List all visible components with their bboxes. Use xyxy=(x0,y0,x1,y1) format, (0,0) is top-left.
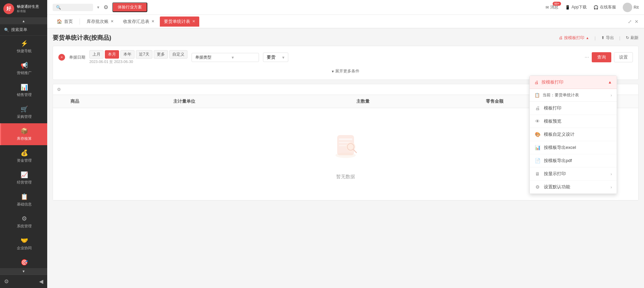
app-download-button[interactable]: 📱 App下载 xyxy=(565,4,587,10)
topbar-gear-icon[interactable]: ⚙ xyxy=(104,4,108,10)
sidebar-nav: ⚡ 快捷导航 📢 营销推广 📊 销售管理 🛒 采购管理 📦 库存核算 💰 资金管… xyxy=(0,36,47,268)
tab-receipt-summary[interactable]: 收发存汇总表 ✕ xyxy=(119,17,158,27)
messages-button[interactable]: ✉ 消息 99+ xyxy=(546,4,558,10)
sidebar-item-purchase[interactable]: 🛒 采购管理 xyxy=(0,101,47,123)
dropdown-item-export-pdf[interactable]: 📄 按模板导出pdf xyxy=(530,154,617,167)
dropdown-current-item[interactable]: 📋 当前：要货单统计表 › xyxy=(530,89,617,102)
date-btn-last-month[interactable]: 上月 xyxy=(89,50,104,59)
sidebar-item-basic[interactable]: 📋 基础信息 xyxy=(0,189,47,211)
sidebar-item-guide[interactable]: 🎯 新手引导 xyxy=(0,255,47,268)
sidebar-item-sales[interactable]: 📊 销售管理 xyxy=(0,79,47,101)
topbar-dropdown-arrow[interactable]: ▾ xyxy=(97,5,99,10)
tab-order-stats-close[interactable]: ✕ xyxy=(192,19,195,24)
dropdown-sub-set-default[interactable]: ⚙ 设置默认功能 › xyxy=(530,181,617,194)
tab-batch-account-close[interactable]: ✕ xyxy=(111,19,114,24)
svg-rect-2 xyxy=(339,138,352,140)
main-content: 🔍 ▾ ⚙ 体验行业方案 ✉ 消息 99+ 📱 App下载 🎧 在线客服 Rit xyxy=(47,0,644,288)
table-settings-icon[interactable]: ⚙ xyxy=(57,87,61,92)
empty-illustration xyxy=(329,128,362,168)
avatar-image xyxy=(623,3,632,12)
export-excel-icon: 📊 xyxy=(534,145,540,150)
tab-home[interactable]: 🏠 首页 xyxy=(53,17,77,27)
export-action[interactable]: ⬆ 导出 xyxy=(601,35,614,41)
display-print-icon: 🖥 xyxy=(534,171,540,177)
dropdown-header[interactable]: 🖨 按模板打印 ▲ xyxy=(530,76,617,89)
tab-bar: 🏠 首页 库存批次账 ✕ 收发存汇总表 ✕ 要货单统计表 ✕ ⤢ ✕ xyxy=(47,15,644,28)
filter-bar: » 单据日期 上月 本月 本年 近7天 更多 自定义 2023-06-01 至 … xyxy=(53,46,639,80)
print-arrow-icon[interactable]: ▲ xyxy=(586,36,589,40)
settings-icon[interactable]: ⚙ xyxy=(4,278,9,285)
filter-expand-arrow[interactable]: » xyxy=(58,54,65,61)
promo-button[interactable]: 体验行业方案 xyxy=(112,2,147,12)
tab-receipt-summary-label: 收发存汇总表 xyxy=(123,19,149,25)
collapse-icon[interactable]: ◀ xyxy=(39,278,43,285)
query-button[interactable]: 查询 xyxy=(592,52,611,62)
sidebar-item-inventory[interactable]: 📦 库存核算 xyxy=(0,123,47,145)
dropdown-sub-display-print[interactable]: 🖥 按显示打印 › xyxy=(530,167,617,181)
customer-service-button[interactable]: 🎧 在线客服 xyxy=(593,4,616,10)
date-filter-label: 单据日期 xyxy=(69,55,85,60)
window-close-icon[interactable]: ✕ xyxy=(635,19,639,24)
settings-button[interactable]: 设置 xyxy=(614,52,633,62)
set-default-arrow-icon: › xyxy=(611,185,612,190)
dropdown-current-arrow-icon: › xyxy=(611,93,612,98)
export-excel-label: 按模板导出excel xyxy=(544,145,576,151)
yaohuodan-filter[interactable]: 要货 ▾ xyxy=(263,53,288,62)
type-filter-select[interactable]: 单据类型 ▾ xyxy=(192,53,259,62)
cooperation-icon: 🤝 xyxy=(21,237,28,244)
sidebar-item-label: 资金管理 xyxy=(17,158,32,163)
dropdown-item-template-preview[interactable]: 👁 模板预览 xyxy=(530,115,617,128)
date-btn-more[interactable]: 更多 xyxy=(154,50,168,59)
sidebar-scroll-up[interactable]: ▲ xyxy=(0,18,47,24)
date-btn-this-year[interactable]: 本年 xyxy=(120,50,135,59)
sidebar: 好 畅捷通好生意 标准版 ▲ 🔍 搜索菜单 ⚡ 快捷导航 📢 营销推广 📊 销售… xyxy=(0,0,47,288)
dropdown-item-template-print[interactable]: 🖨 模板打印 xyxy=(530,102,617,115)
expand-button[interactable]: ▾ 展开更多条件 xyxy=(328,67,363,75)
date-buttons: 上月 本月 本年 近7天 更多 自定义 xyxy=(89,50,187,59)
tab-receipt-summary-close[interactable]: ✕ xyxy=(151,19,154,24)
th-checkbox xyxy=(53,95,66,108)
template-print-icon: 🖨 xyxy=(534,105,540,111)
tab-batch-account[interactable]: 库存批次账 ✕ xyxy=(83,17,118,27)
action-divider-2: | xyxy=(619,35,620,40)
template-preview-icon: 👁 xyxy=(534,119,540,124)
sidebar-item-system[interactable]: ⚙ 系统管理 xyxy=(0,211,47,233)
sidebar-item-finance[interactable]: 💰 资金管理 xyxy=(0,145,47,167)
basic-icon: 📋 xyxy=(21,193,28,200)
sidebar-item-quick-nav[interactable]: ⚡ 快捷导航 xyxy=(0,36,47,58)
more-options-icon[interactable]: ··· xyxy=(585,54,589,60)
tab-home-label: 首页 xyxy=(64,19,73,25)
tab-order-stats[interactable]: 要货单统计表 ✕ xyxy=(160,17,199,27)
date-btn-custom[interactable]: 自定义 xyxy=(169,50,187,59)
sidebar-item-label: 基础信息 xyxy=(17,202,32,207)
dropdown-up-arrow-icon[interactable]: ▲ xyxy=(608,80,612,85)
dropdown-item-template-design[interactable]: 🎨 模板自定义设计 xyxy=(530,128,617,141)
sidebar-search[interactable]: 🔍 搜索菜单 xyxy=(0,24,47,36)
search-bar[interactable]: 🔍 xyxy=(53,4,93,11)
home-icon: 🏠 xyxy=(57,19,62,24)
sidebar-item-operation[interactable]: 📈 经营管理 xyxy=(0,167,47,189)
print-label: 按模板打印 xyxy=(564,35,584,41)
service-icon: 🎧 xyxy=(593,5,598,10)
dropdown-item-export-excel[interactable]: 📊 按模板导出excel xyxy=(530,141,617,154)
print-action[interactable]: 🖨 按模板打印 ▲ xyxy=(559,35,589,41)
display-print-label: 按显示打印 xyxy=(544,171,566,177)
date-btn-last-7-days[interactable]: 近7天 xyxy=(136,50,152,59)
refresh-action[interactable]: ↻ 刷新 xyxy=(626,35,639,41)
topbar-actions: ✉ 消息 99+ 📱 App下载 🎧 在线客服 Rit xyxy=(546,3,639,12)
sidebar-item-label: 快捷导航 xyxy=(17,49,32,54)
username-label: Rit xyxy=(634,5,639,10)
sidebar-item-marketing[interactable]: 📢 营销推广 xyxy=(0,58,47,79)
sidebar-item-cooperation[interactable]: 🤝 企业协同 xyxy=(0,233,47,255)
window-maximize-icon[interactable]: ⤢ xyxy=(628,19,632,24)
template-design-icon: 🎨 xyxy=(534,132,540,137)
dropdown-header-right: ▲ xyxy=(608,80,612,85)
quick-nav-icon: ⚡ xyxy=(21,40,28,47)
date-btn-this-month[interactable]: 本月 xyxy=(105,50,119,59)
page-content: 要货单统计表(按商品) 🖨 按模板打印 ▲ | ⬆ 导出 | ↻ 刷新 xyxy=(47,28,644,288)
user-avatar[interactable]: Rit xyxy=(623,3,639,12)
display-print-left: 🖥 按显示打印 xyxy=(534,171,566,177)
yaohuodan-label: 要货 xyxy=(267,54,275,60)
sidebar-scroll-down[interactable]: ▼ xyxy=(0,268,47,275)
sales-icon: 📊 xyxy=(21,84,28,91)
